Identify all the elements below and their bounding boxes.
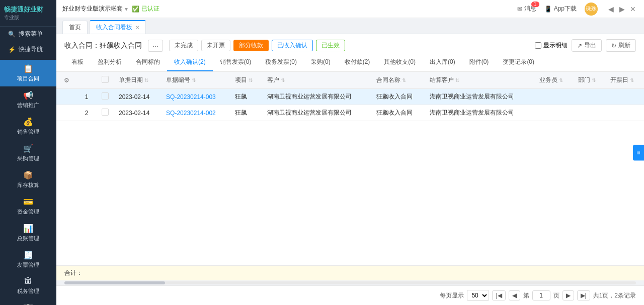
sidebar-item-label: 发票管理 <box>17 261 39 269</box>
status-effective[interactable]: 已生效 <box>316 40 345 51</box>
cell-department <box>573 105 605 121</box>
refresh-button[interactable]: ↻ 刷新 <box>606 39 636 52</box>
sidebar-item-tax[interactable]: 🏛 税务管理 <box>0 273 56 299</box>
cell-settlement: 湖南卫视商业运营发展有限公司 <box>425 105 534 121</box>
status-confirmed[interactable]: 已收入确认 <box>272 40 313 51</box>
tab-profit[interactable]: 盈利分析 <box>91 54 129 71</box>
tab-sales-invoice[interactable]: 销售发票(0) <box>213 54 259 71</box>
company-selector[interactable]: 好业财专业版演示帐套 ▾ <box>62 5 128 13</box>
th-settlement[interactable]: 结算客户 ⇅ <box>425 72 534 89</box>
close-button[interactable]: ✕ <box>628 4 638 14</box>
tab-change-log[interactable]: 变更记录(0) <box>496 54 541 71</box>
tab-purchase[interactable]: 采购(0) <box>304 54 338 71</box>
show-detail-checkbox[interactable]: 显示明细 <box>535 41 568 50</box>
search-menu[interactable]: 🔍 搜索菜单 <box>0 27 56 41</box>
cell-check[interactable] <box>97 89 114 105</box>
refresh-label: 刷新 <box>618 41 630 50</box>
status-incomplete[interactable]: 未完成 <box>169 40 198 51</box>
th-check[interactable] <box>97 72 114 89</box>
scrollbar-thumb[interactable] <box>64 281 165 284</box>
app-download-button[interactable]: 📱 App下载 <box>544 5 577 13</box>
sort-settlement-icon: ⇅ <box>455 77 459 83</box>
tab-dashboard[interactable]: 看板 <box>64 54 91 71</box>
per-page-select[interactable]: 50 <box>467 290 489 301</box>
th-project[interactable]: 项目 ⇅ <box>230 72 262 89</box>
tab-home[interactable]: 首页 <box>62 21 88 34</box>
cell-contract-name: 狂飙收入合同 <box>371 105 425 121</box>
status-unopened[interactable]: 未开票 <box>201 40 230 51</box>
more-button[interactable]: ··· <box>148 40 163 52</box>
next-page-button[interactable]: ▶ <box>562 290 574 300</box>
prev-page-button[interactable]: ◀ <box>509 290 520 300</box>
refresh-icon: ↻ <box>611 42 616 49</box>
tab-close-icon[interactable]: ✕ <box>135 25 139 30</box>
export-button[interactable]: ↗ 导出 <box>572 39 602 52</box>
back-button[interactable]: ◀ <box>606 4 616 14</box>
sidebar-item-sales[interactable]: 💰 销售管理 <box>0 113 56 140</box>
cell-settlement: 湖南卫视商业运营发展有限公司 <box>425 89 534 105</box>
row-checkbox[interactable] <box>102 92 109 99</box>
tab-attachment[interactable]: 附件(0) <box>462 54 496 71</box>
horizontal-scrollbar[interactable] <box>56 280 644 285</box>
show-detail-input[interactable] <box>535 42 541 49</box>
page-input[interactable] <box>532 290 550 300</box>
select-all-checkbox[interactable] <box>102 76 109 83</box>
cell-settings <box>56 105 76 121</box>
cell-code[interactable]: SQ-20230214-003 <box>161 89 230 105</box>
message-button[interactable]: ✉ 消息 1 <box>517 5 536 13</box>
scrollbar-track <box>64 281 636 284</box>
tab-payment[interactable]: 收付款(2) <box>338 54 377 71</box>
th-code[interactable]: 单据编号 ⇅ <box>161 72 230 89</box>
cell-settings <box>56 89 76 105</box>
nav-arrows: ◀ ▶ ✕ <box>606 4 638 14</box>
row-code-link[interactable]: SQ-20230214-003 <box>166 93 216 100</box>
forward-button[interactable]: ▶ <box>617 4 627 14</box>
sidebar-item-inventory[interactable]: 📦 库存核算 <box>0 166 56 193</box>
main-table: ⚙ 单据日期 ⇅ <box>56 72 644 121</box>
sort-customer-icon: ⇅ <box>281 77 285 83</box>
th-date[interactable]: 单据日期 ⇅ <box>114 72 161 89</box>
tab-standards[interactable]: 合同标的 <box>129 54 167 71</box>
sidebar: 畅捷通好业财 专业版 🔍 搜索菜单 ⚡ 快捷导航 📋 项目合同 📢 营销推广 💰… <box>0 0 56 305</box>
tab-other-income[interactable]: 其他收支(0) <box>377 54 423 71</box>
app-version: 专业版 <box>4 14 52 21</box>
purchase-icon: 🛒 <box>23 144 33 153</box>
first-page-button[interactable]: |◀ <box>492 290 505 300</box>
sidebar-item-invoice[interactable]: 🧾 发票管理 <box>0 246 56 273</box>
user-profile[interactable]: 珠珠 <box>585 3 598 16</box>
sidebar-item-purchase[interactable]: 🛒 采购管理 <box>0 140 56 166</box>
last-page-button[interactable]: ▶| <box>577 290 590 300</box>
total-label: 合计： <box>64 269 83 276</box>
th-open-date[interactable]: 开票日 ⇅ <box>605 72 644 89</box>
tab-warehouse[interactable]: 出入库(0) <box>423 54 462 71</box>
status-partial[interactable]: 部分收款 <box>233 40 269 51</box>
th-salesman[interactable]: 业务员 ⇅ <box>534 72 573 89</box>
sidebar-item-asset[interactable]: 🏢 固定资产 <box>0 299 56 305</box>
settings-icon[interactable]: ⚙ <box>64 77 69 84</box>
sidebar-item-general[interactable]: 📊 总账管理 <box>0 220 56 246</box>
sidebar-item-marketing[interactable]: 📢 营销推广 <box>0 86 56 113</box>
cell-code[interactable]: SQ-20230214-002 <box>161 105 230 121</box>
tab-contract-label: 收入合同看板 <box>96 23 132 32</box>
tab-revenue-confirm[interactable]: 收入确认(2) <box>167 54 213 71</box>
per-page-label: 每页显示 <box>440 291 464 300</box>
th-department[interactable]: 部门 ⇅ <box>573 72 605 89</box>
sidebar-item-project[interactable]: 📋 项目合同 <box>0 60 56 86</box>
row-checkbox[interactable] <box>102 109 109 116</box>
quick-nav[interactable]: ⚡ 快捷导航 <box>0 41 56 58</box>
total-info: 共1页，2条记录 <box>593 291 636 300</box>
th-customer[interactable]: 客户 ⇅ <box>262 72 371 89</box>
tab-contract[interactable]: 收入合同看板 ✕ <box>90 20 146 34</box>
table-row[interactable]: 1 2023-02-14 SQ-20230214-003 狂飙 <box>56 89 644 105</box>
row-code-link[interactable]: SQ-20230214-002 <box>166 110 216 117</box>
cell-salesman <box>534 89 573 105</box>
sidebar-item-funds[interactable]: 💳 资金管理 <box>0 193 56 220</box>
th-contract-name[interactable]: 合同名称 ⇅ <box>371 72 425 89</box>
th-settings[interactable]: ⚙ <box>56 72 76 89</box>
nav-icon: ⚡ <box>8 46 16 53</box>
table-row[interactable]: 2 2023-02-14 SQ-20230214-002 狂飙 <box>56 105 644 121</box>
cell-check[interactable] <box>97 105 114 121</box>
right-panel-button[interactable]: ≡ <box>633 145 644 160</box>
tab-tax-invoice[interactable]: 税务发票(0) <box>258 54 304 71</box>
phone-icon: 📱 <box>544 6 552 13</box>
